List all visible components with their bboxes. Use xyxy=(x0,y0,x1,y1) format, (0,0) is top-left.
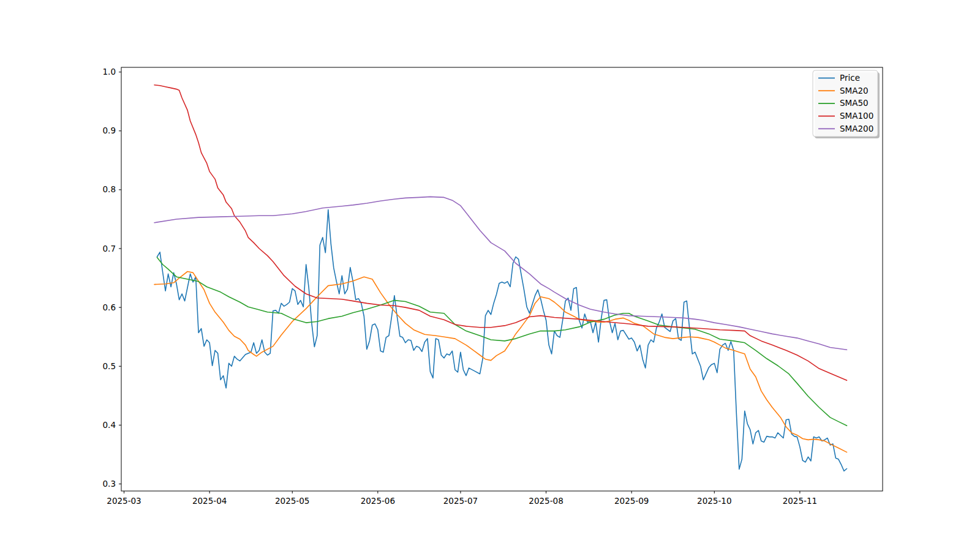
y-tick-label: 0.6 xyxy=(103,302,116,312)
y-tick-label: 0.5 xyxy=(103,361,116,371)
legend-label: Price xyxy=(840,73,860,83)
legend: PriceSMA20SMA50SMA100SMA200 xyxy=(813,70,880,138)
x-tick-label: 2025-05 xyxy=(275,496,309,506)
x-tick-label: 2025-07 xyxy=(443,496,478,506)
legend-label: SMA200 xyxy=(840,124,873,133)
x-tick-label: 2025-10 xyxy=(697,496,731,506)
y-tick-label: 0.7 xyxy=(103,244,116,253)
y-tick-label: 0.3 xyxy=(103,479,116,489)
y-tick-label: 0.9 xyxy=(103,126,116,135)
x-tick-label: 2025-03 xyxy=(107,496,141,506)
legend-label: SMA100 xyxy=(840,111,873,121)
x-tick-label: 2025-06 xyxy=(361,496,395,506)
x-tick-label: 2025-04 xyxy=(192,496,227,506)
figure: 2025-032025-042025-052025-062025-072025-… xyxy=(0,0,980,551)
x-tick-label: 2025-09 xyxy=(614,496,649,506)
y-tick-label: 1.0 xyxy=(103,67,116,77)
x-tick-label: 2025-11 xyxy=(783,496,817,506)
chart-canvas: 2025-032025-042025-052025-062025-072025-… xyxy=(0,0,980,551)
legend-label: SMA50 xyxy=(840,98,869,108)
x-tick-label: 2025-08 xyxy=(529,496,563,506)
y-tick-label: 0.4 xyxy=(103,420,116,430)
legend-label: SMA20 xyxy=(840,86,869,96)
y-tick-label: 0.8 xyxy=(103,184,116,194)
